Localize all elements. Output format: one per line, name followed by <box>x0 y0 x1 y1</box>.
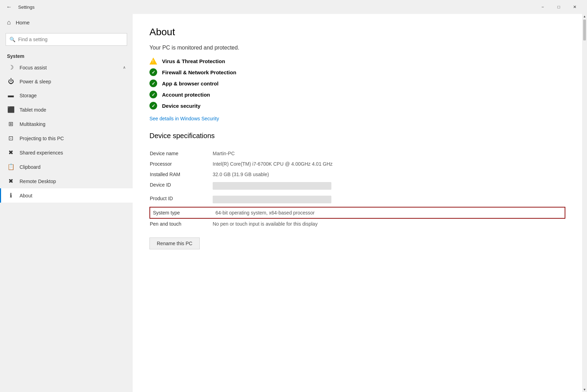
security-label-account: Account protection <box>162 92 210 98</box>
about-icon: ℹ <box>7 192 15 199</box>
page-title: About <box>149 27 565 38</box>
sidebar-item-storage[interactable]: ▬ Storage <box>0 89 133 103</box>
spec-row-5: System type 64-bit operating system, x64… <box>150 207 565 218</box>
spec-label: Device ID <box>150 180 213 193</box>
projecting-icon: ⊡ <box>7 135 15 142</box>
home-icon: ⌂ <box>7 19 11 26</box>
power-sleep-icon: ⏻ <box>7 78 15 85</box>
tablet-mode-icon: ⬛ <box>7 106 15 113</box>
sidebar-section-title: System <box>0 51 133 60</box>
spec-label: Device name <box>150 148 213 159</box>
sidebar: ⌂ Home 🔍 System ☽ Focus assist ∧ ⏻ Power… <box>0 14 133 392</box>
back-button[interactable]: ← <box>4 2 14 12</box>
sidebar-label-power-sleep: Power & sleep <box>20 79 126 84</box>
sidebar-label-tablet-mode: Tablet mode <box>20 107 126 113</box>
sidebar-item-remote-desktop[interactable]: ✖ Remote Desktop <box>0 174 133 188</box>
remote-desktop-icon: ✖ <box>7 178 15 185</box>
sidebar-label-projecting: Projecting to this PC <box>20 136 126 141</box>
sidebar-item-tablet-mode[interactable]: ⬛ Tablet mode <box>0 103 133 117</box>
spec-value: No pen or touch input is available for t… <box>213 218 565 229</box>
spec-value: Intel(R) Core(TM) i7-6700K CPU @ 4.00GHz… <box>213 159 565 169</box>
sidebar-item-shared-experiences[interactable]: ✖ Shared experiences <box>0 145 133 160</box>
security-item-app-browser: ✓App & browser control <box>149 80 565 87</box>
sidebar-items: ☽ Focus assist ∧ ⏻ Power & sleep ▬ Stora… <box>0 60 133 203</box>
security-item-device: ✓Device security <box>149 102 565 110</box>
app-title: Settings <box>18 5 35 10</box>
spec-row-4: Product ID <box>150 193 565 207</box>
specs-container: Device name Martin-PC Processor Intel(R)… <box>149 148 565 229</box>
close-button[interactable]: ✕ <box>567 0 583 14</box>
spec-value: 64-bit operating system, x64-based proce… <box>213 207 565 218</box>
spec-value <box>213 193 565 207</box>
sidebar-item-projecting[interactable]: ⊡ Projecting to this PC <box>0 131 133 145</box>
check-icon: ✓ <box>149 80 157 87</box>
scroll-thumb[interactable] <box>583 20 586 40</box>
sidebar-label-clipboard: Clipboard <box>20 164 126 170</box>
window-controls: − □ ✕ <box>535 0 583 14</box>
main-content: About Your PC is monitored and protected… <box>133 14 582 392</box>
multitasking-icon: ⊞ <box>7 120 15 128</box>
spec-row-2: Installed RAM 32.0 GB (31.9 GB usable) <box>150 169 565 180</box>
focus-assist-icon: ☽ <box>7 64 15 71</box>
sidebar-item-about[interactable]: ℹ About <box>0 188 133 203</box>
spec-value: 32.0 GB (31.9 GB usable) <box>213 169 565 180</box>
sidebar-label-about: About <box>20 193 126 198</box>
device-specs-title: Device specifications <box>149 132 565 140</box>
scrollbar[interactable]: ▲ ▼ <box>582 14 587 392</box>
security-item-account: ✓Account protection <box>149 91 565 98</box>
security-label-device: Device security <box>162 103 200 109</box>
search-icon: 🔍 <box>9 37 15 42</box>
check-icon: ✓ <box>149 91 157 98</box>
spec-value <box>213 180 565 193</box>
spec-label: Processor <box>150 159 213 169</box>
clipboard-icon: 📋 <box>7 163 15 171</box>
app-body: ⌂ Home 🔍 System ☽ Focus assist ∧ ⏻ Power… <box>0 14 587 392</box>
spec-row-3: Device ID <box>150 180 565 193</box>
spec-label: Product ID <box>150 193 213 207</box>
sidebar-item-power-sleep[interactable]: ⏻ Power & sleep <box>0 75 133 89</box>
search-input[interactable] <box>18 37 123 42</box>
spec-label: Pen and touch <box>150 218 213 229</box>
home-label: Home <box>16 20 30 25</box>
sidebar-item-home[interactable]: ⌂ Home <box>0 14 133 31</box>
check-icon: ✓ <box>149 102 157 110</box>
sidebar-label-focus-assist: Focus assist <box>20 65 118 70</box>
security-items-list: ! Virus & Threat Protection✓Firewall & N… <box>149 57 565 110</box>
security-item-firewall: ✓Firewall & Network Protection <box>149 68 565 76</box>
sidebar-label-storage: Storage <box>20 93 126 98</box>
sidebar-label-remote-desktop: Remote Desktop <box>20 179 126 184</box>
maximize-button[interactable]: □ <box>551 0 567 14</box>
sidebar-item-clipboard[interactable]: 📋 Clipboard <box>0 160 133 174</box>
spec-label: System type <box>150 207 213 218</box>
spec-label: Installed RAM <box>150 169 213 180</box>
see-details-link[interactable]: See details in Windows Security <box>149 116 219 121</box>
security-label-virus: Virus & Threat Protection <box>162 58 225 64</box>
redacted-value <box>213 196 331 203</box>
minimize-button[interactable]: − <box>535 0 551 14</box>
sidebar-label-shared-experiences: Shared experiences <box>20 150 126 156</box>
security-label-app-browser: App & browser control <box>162 81 219 86</box>
spec-value: Martin-PC <box>213 148 565 159</box>
scroll-down-arrow[interactable]: ▼ <box>582 387 587 392</box>
shared-experiences-icon: ✖ <box>7 149 15 156</box>
spec-row-1: Processor Intel(R) Core(TM) i7-6700K CPU… <box>150 159 565 169</box>
scroll-up-arrow[interactable]: ▲ <box>582 14 587 19</box>
specs-table: Device name Martin-PC Processor Intel(R)… <box>149 148 565 229</box>
storage-icon: ▬ <box>7 92 15 99</box>
search-box[interactable]: 🔍 <box>6 33 127 46</box>
warning-icon: ! <box>149 57 157 65</box>
spec-row-0: Device name Martin-PC <box>150 148 565 159</box>
security-label-firewall: Firewall & Network Protection <box>162 69 236 75</box>
sidebar-item-focus-assist[interactable]: ☽ Focus assist ∧ <box>0 60 133 75</box>
sidebar-label-multitasking: Multitasking <box>20 121 126 127</box>
rename-button[interactable]: Rename this PC <box>149 238 200 249</box>
title-bar: ← Settings − □ ✕ <box>0 0 587 14</box>
redacted-value <box>213 182 331 190</box>
check-icon: ✓ <box>149 68 157 76</box>
sidebar-item-multitasking[interactable]: ⊞ Multitasking <box>0 117 133 131</box>
protection-subtitle: Your PC is monitored and protected. <box>149 45 565 51</box>
security-item-virus: ! Virus & Threat Protection <box>149 57 565 65</box>
spec-row-6: Pen and touch No pen or touch input is a… <box>150 218 565 229</box>
chevron-icon: ∧ <box>123 65 126 70</box>
